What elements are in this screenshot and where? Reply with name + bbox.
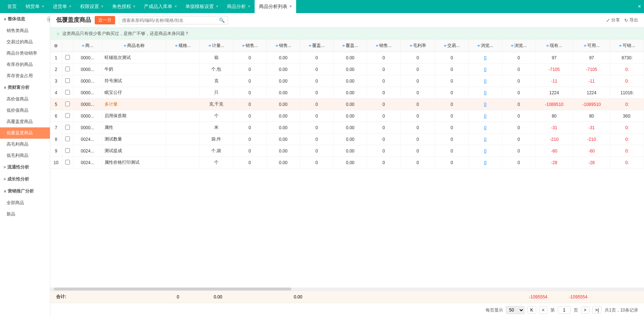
row-name[interactable]: 符号测试 bbox=[102, 75, 166, 87]
settings-column-header[interactable]: ⚙ bbox=[50, 40, 62, 52]
row-sellable: 0: bbox=[610, 75, 644, 87]
row-spec bbox=[166, 52, 200, 64]
nav-product-entry[interactable]: 产成品入库单 × bbox=[140, 0, 181, 13]
sidebar-item-stocked-goods[interactable]: 有库存的商品 bbox=[0, 59, 50, 70]
row-name[interactable]: 属性价格打印测试 bbox=[102, 157, 166, 169]
export-button[interactable]: ↻ 导出 bbox=[624, 17, 638, 23]
sidebar-section-marketing[interactable]: ∨营销推广分析 bbox=[0, 185, 50, 197]
per-page-select[interactable]: 20 50 100 200 bbox=[506, 306, 525, 314]
next-page-button[interactable]: > bbox=[581, 306, 589, 314]
sidebar-section-wealth[interactable]: ∨类财富分析 bbox=[0, 82, 50, 94]
sidebar-item-low-coverage[interactable]: 低覆盖度商品 bbox=[0, 127, 50, 139]
horizontal-scrollbar[interactable] bbox=[50, 288, 644, 290]
row-browse1[interactable]: 0 bbox=[468, 134, 502, 145]
row-browse1[interactable]: 0 bbox=[468, 99, 502, 110]
row-checkbox[interactable] bbox=[62, 87, 73, 99]
row-cover2: 0.00 bbox=[333, 145, 367, 157]
row-browse1[interactable]: 0 bbox=[468, 64, 502, 75]
time-filter-button[interactable]: 近一月 bbox=[95, 16, 115, 24]
sidebar-item-high-value[interactable]: 高价值商品 bbox=[0, 94, 50, 105]
row-checkbox[interactable] bbox=[62, 99, 73, 110]
row-cover1: 0 bbox=[300, 64, 333, 75]
nav-role-auth[interactable]: 角色授权 × bbox=[108, 0, 140, 13]
sidebar-item-new-goods[interactable]: 新品 bbox=[0, 209, 50, 220]
sidebar-item-sales-goods[interactable]: 销售类商品 bbox=[0, 25, 50, 36]
sidebar-item-category-rate[interactable]: 商品分类动销率 bbox=[0, 48, 50, 59]
row-sales3: 0 bbox=[367, 122, 400, 134]
row-browse1[interactable]: 0 bbox=[468, 75, 502, 87]
close-icon[interactable]: × bbox=[290, 0, 292, 13]
row-cover2: 0.00 bbox=[333, 52, 367, 64]
row-name[interactable]: 眠宝公仔 bbox=[102, 87, 166, 99]
row-name[interactable]: 测试数量 bbox=[102, 134, 166, 145]
sidebar-item-high-coverage[interactable]: 高覆盖度商品 bbox=[0, 116, 50, 127]
sidebar-item-stock-capital[interactable]: 库存资金占用 bbox=[0, 70, 50, 82]
row-trade: 0 bbox=[435, 52, 468, 64]
row-sellable: 11016: bbox=[610, 87, 644, 99]
nav-permission-settings[interactable]: 权限设置 × bbox=[76, 0, 108, 13]
close-icon[interactable]: × bbox=[101, 0, 103, 13]
row-checkbox[interactable] bbox=[62, 157, 73, 169]
last-page-button[interactable]: >| bbox=[592, 306, 602, 314]
sidebar-section-overall[interactable]: ∨整体信息 bbox=[0, 13, 50, 25]
sidebar-item-traded-goods[interactable]: 交易过的商品 bbox=[0, 36, 50, 48]
row-code: 0000... bbox=[73, 75, 102, 87]
close-all-tabs-button[interactable]: × bbox=[638, 3, 641, 10]
row-checkbox[interactable] bbox=[62, 122, 73, 134]
row-no: 10 bbox=[50, 157, 62, 169]
row-browse1[interactable]: 0 bbox=[468, 110, 502, 122]
row-name[interactable]: 旺辅批次测试 bbox=[102, 52, 166, 64]
page-number-input[interactable] bbox=[558, 306, 571, 314]
chevron-down-icon: ∨ bbox=[4, 17, 6, 21]
sidebar-item-all-goods[interactable]: 全部商品 bbox=[0, 197, 50, 209]
row-checkbox[interactable] bbox=[62, 52, 73, 64]
scrollbar-thumb[interactable] bbox=[54, 288, 291, 290]
nav-product-analysis-list[interactable]: 商品分析列表 × bbox=[255, 0, 296, 13]
close-icon[interactable]: × bbox=[133, 0, 136, 13]
close-icon[interactable]: × bbox=[174, 0, 177, 13]
content-area: 低覆盖度商品 近一月 🔍 ⤢ 分享 ↻ 导出 bbox=[50, 13, 644, 317]
row-checkbox[interactable] bbox=[62, 75, 73, 87]
close-icon[interactable]: × bbox=[69, 0, 71, 13]
search-input[interactable] bbox=[122, 18, 219, 23]
nav-sales-order[interactable]: 销货单 × bbox=[21, 0, 48, 13]
row-browse1[interactable]: 0 bbox=[468, 122, 502, 134]
row-name[interactable]: 测试提成 bbox=[102, 145, 166, 157]
sidebar-item-low-value[interactable]: 低价值商品 bbox=[0, 105, 50, 116]
sidebar-section-growth[interactable]: >成长性分析 bbox=[0, 173, 50, 185]
table-row: 4 0000... 眠宝公仔 只 0 0.00 0 0.00 0 0 0 0 0… bbox=[50, 87, 644, 99]
row-code: 0000... bbox=[73, 99, 102, 110]
sidebar-item-low-margin[interactable]: 低毛利商品 bbox=[0, 150, 50, 161]
sidebar-item-high-margin[interactable]: 高毛利商品 bbox=[0, 139, 50, 150]
nav-home[interactable]: 首页 bbox=[3, 0, 21, 13]
settings-icon[interactable]: ⚙ bbox=[54, 43, 58, 48]
row-browse1[interactable]: 0 bbox=[468, 145, 502, 157]
row-trade: 0 bbox=[435, 134, 468, 145]
close-icon[interactable]: × bbox=[248, 0, 250, 13]
nav-product-analysis[interactable]: 商品分析 × bbox=[223, 0, 255, 13]
row-sales3: 0 bbox=[367, 75, 400, 87]
row-checkbox[interactable] bbox=[62, 64, 73, 75]
close-icon[interactable]: × bbox=[216, 0, 218, 13]
first-page-button[interactable]: K bbox=[527, 306, 536, 314]
row-code: 0024... bbox=[73, 157, 102, 169]
cover2-column-header: ≑覆盖... bbox=[333, 40, 367, 52]
chevron-right-icon: > bbox=[4, 165, 6, 169]
prev-page-button[interactable]: < bbox=[539, 306, 547, 314]
sidebar-section-circulation[interactable]: >流通性分析 bbox=[0, 161, 50, 173]
row-browse1[interactable]: 0 bbox=[468, 87, 502, 99]
row-name[interactable]: 启用保质期 bbox=[102, 110, 166, 122]
row-browse1[interactable]: 0 bbox=[468, 157, 502, 169]
row-checkbox[interactable] bbox=[62, 145, 73, 157]
row-name[interactable]: 牛奶 bbox=[102, 64, 166, 75]
close-icon[interactable]: × bbox=[42, 0, 44, 13]
summary-label: 合计: bbox=[56, 294, 78, 300]
nav-template-settings[interactable]: 单据模板设置 × bbox=[181, 0, 223, 13]
row-checkbox[interactable] bbox=[62, 110, 73, 122]
share-button[interactable]: ⤢ 分享 bbox=[606, 17, 620, 23]
row-name[interactable]: 多计量 bbox=[102, 99, 166, 110]
row-browse1[interactable]: 0 bbox=[468, 52, 502, 64]
nav-purchase-order[interactable]: 进货单 × bbox=[48, 0, 76, 13]
row-name[interactable]: 属性 bbox=[102, 122, 166, 134]
row-checkbox[interactable] bbox=[62, 134, 73, 145]
